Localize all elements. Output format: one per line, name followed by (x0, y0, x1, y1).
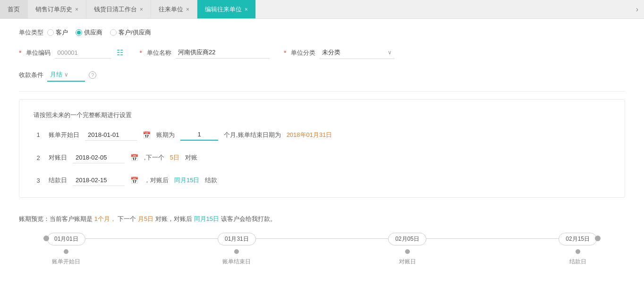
radio-supplier-label: 供应商 (84, 28, 102, 37)
period-payment-cal-icon[interactable]: 📅 (130, 177, 138, 184)
tab-cash-work[interactable]: 钱货日清工作台 × (86, 0, 151, 18)
unit-code-required: * (19, 49, 21, 57)
tab-partner[interactable]: 往来单位 × (151, 0, 197, 18)
preview-suffix: 该客户会给我打款。 (221, 215, 276, 222)
preview-part2: 月5日 (138, 215, 153, 222)
tab-edit-partner-label: 编辑往来单位 (205, 5, 242, 14)
unit-type-row: 单位类型 客户 供应商 客户/供应商 (19, 28, 625, 37)
unit-category-value: 未分类 (322, 48, 386, 57)
preview-prefix: 账期预览：当前客户账期是 (19, 215, 93, 222)
period-num-2: 2 (34, 154, 43, 161)
tab-cash-work-close[interactable]: × (140, 6, 143, 13)
period-row-2: 2 对账日 📅 ,下一个 5日 对账 (34, 152, 610, 163)
unit-code-input[interactable] (54, 47, 111, 59)
tab-sales-history-label: 销售订单历史 (35, 5, 72, 14)
radio-customer-label: 客户 (56, 28, 68, 37)
timeline-dot-1 (64, 249, 68, 254)
payment-chevron: ∨ (64, 71, 68, 78)
payment-row: 收款条件 月结 ∨ ? (19, 68, 625, 82)
tab-edit-partner[interactable]: 编辑往来单位 × (197, 0, 256, 18)
unit-category-group: * 单位分类 未分类 ∨ (284, 46, 395, 59)
timeline-dot-3 (405, 249, 410, 254)
timeline-badge-1: 01月01日 (47, 233, 85, 245)
radio-supplier-circle (76, 29, 82, 36)
period-suffix-2a: ,下一个 (144, 153, 164, 162)
unit-name-required: * (139, 49, 142, 57)
payment-help-icon[interactable]: ? (89, 71, 96, 79)
period-reconcile-date-input[interactable] (73, 152, 125, 163)
timeline-label-3: 对账日 (399, 258, 416, 266)
period-box-title: 请按照未来的一个完整帐期进行设置 (34, 111, 610, 119)
unit-category-select[interactable]: 未分类 ∨ (319, 46, 395, 59)
timeline-dot-2 (234, 249, 239, 254)
period-settings-box: 请按照未来的一个完整帐期进行设置 1 账单开始日 📅 账期为 个月,账单结束日期… (19, 99, 625, 198)
unit-category-required: * (284, 49, 286, 57)
tab-sales-history-close[interactable]: × (75, 6, 78, 13)
timeline-node-3: 02月05日 对账日 (388, 233, 426, 266)
divider (19, 91, 625, 92)
unit-name-label: 单位名称 (147, 49, 171, 57)
radio-group-unit-type: 客户 供应商 客户/供应商 (47, 28, 151, 37)
timeline-node-2: 01月31日 账单结束日 (218, 233, 256, 266)
unit-category-chevron: ∨ (388, 49, 392, 56)
period-reconcile-cal-icon[interactable]: 📅 (130, 154, 138, 161)
timeline-end-dot (595, 236, 601, 241)
period-end-date-highlight: 2018年01月31日 (287, 131, 332, 139)
timeline-label-1: 账单开始日 (52, 258, 80, 266)
payment-value: 月结 (50, 70, 62, 79)
payment-label: 收款条件 (19, 71, 43, 79)
tab-bar: 首页 销售订单历史 × 钱货日清工作台 × 往来单位 × 编辑往来单位 × › (0, 0, 644, 19)
period-field-label-1: 账单开始日 (49, 131, 79, 139)
tab-edit-partner-close[interactable]: × (245, 6, 248, 13)
preview-connector1: 下一个 (118, 215, 136, 222)
period-row-3: 3 结款日 📅 ，对账后 同月15日 结款 (34, 175, 610, 186)
period-row-1: 1 账单开始日 📅 账期为 个月,账单结束日期为 2018年01月31日 (34, 129, 610, 141)
period-reconcile-day-highlight: 5日 (170, 153, 179, 162)
preview-part3: 同月15日 (194, 215, 219, 222)
preview-section: 账期预览：当前客户账期是 1个月， 下一个 月5日 对账，对账后 同月15日 该… (19, 207, 625, 266)
period-num-1: 1 (34, 131, 43, 138)
tab-home-label: 首页 (8, 5, 20, 14)
unit-code-label: 单位编码 (26, 49, 51, 57)
tab-home[interactable]: 首页 (0, 0, 28, 18)
period-suffix-3a: ，对账后 (144, 176, 169, 185)
unit-category-label: 单位分类 (291, 49, 315, 57)
payment-group: 收款条件 月结 ∨ ? (19, 68, 96, 82)
radio-customer-circle (47, 29, 54, 36)
tab-partner-label: 往来单位 (159, 5, 183, 14)
timeline-badge-4: 02月15日 (559, 233, 597, 245)
preview-part1: 1个月， (94, 215, 116, 222)
period-suffix-3b: 结款 (205, 176, 217, 185)
unit-type-group: 单位类型 客户 供应商 客户/供应商 (19, 28, 151, 37)
preview-connector2: 对账，对账后 (155, 215, 192, 222)
tab-more-button[interactable]: › (630, 5, 644, 14)
radio-customer[interactable]: 客户 (47, 28, 68, 37)
preview-text: 账期预览：当前客户账期是 1个月， 下一个 月5日 对账，对账后 同月15日 该… (19, 215, 625, 223)
radio-supplier[interactable]: 供应商 (76, 28, 102, 37)
period-start-date-input[interactable] (85, 129, 137, 141)
period-field-label-3: 结款日 (49, 176, 67, 185)
unit-code-copy-icon[interactable]: ☷ (115, 47, 125, 58)
timeline-dot-4 (576, 249, 580, 254)
period-start-cal-icon[interactable]: 📅 (143, 131, 151, 139)
period-month-input[interactable] (180, 129, 218, 141)
radio-both[interactable]: 客户/供应商 (110, 28, 151, 37)
unit-code-group: * 单位编码 ☷ (19, 47, 125, 59)
timeline-node-4: 02月15日 结款日 (559, 233, 597, 266)
unit-type-label: 单位类型 (19, 28, 43, 37)
timeline-node-1: 01月01日 账单开始日 (47, 233, 85, 266)
radio-both-label: 客户/供应商 (119, 28, 151, 37)
period-payment-date-input[interactable] (73, 175, 125, 186)
payment-select[interactable]: 月结 ∨ (47, 68, 85, 82)
period-num-3: 3 (34, 177, 43, 184)
timeline-badge-3: 02月05日 (388, 233, 426, 245)
unit-name-input[interactable] (175, 47, 270, 59)
timeline: 01月01日 账单开始日 01月31日 账单结束日 02月05日 对账日 (19, 233, 625, 266)
period-suffix-1: 账期为 (156, 131, 175, 139)
radio-both-circle (110, 29, 117, 36)
period-suffix-2b: 对账 (185, 153, 197, 162)
tab-sales-history[interactable]: 销售订单历史 × (28, 0, 86, 18)
unit-info-row: * 单位编码 ☷ * 单位名称 * 单位分类 未分类 ∨ (19, 46, 625, 59)
unit-name-group: * 单位名称 (139, 47, 269, 59)
tab-partner-close[interactable]: × (186, 6, 189, 13)
